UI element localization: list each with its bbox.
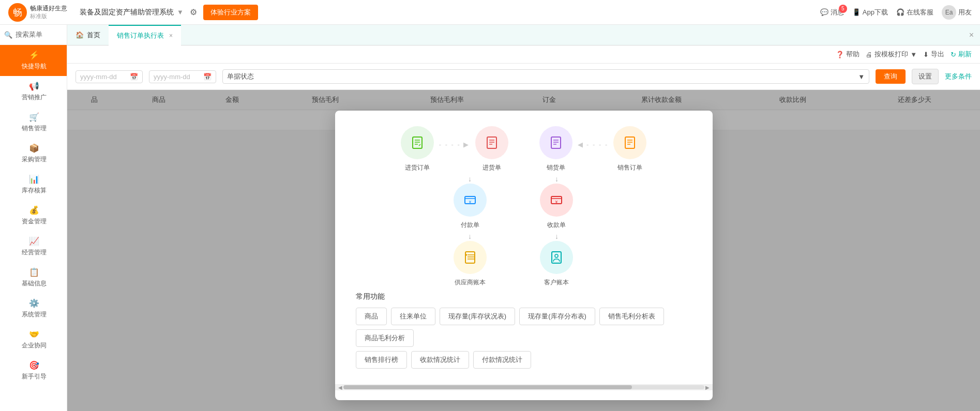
flow-node-sales-order[interactable]: 销售订单 [613,126,646,172]
sidebar-item-sales[interactable]: 🛒 销售管理 [0,107,67,138]
status-select[interactable]: 单据状态 ▼ [222,69,869,84]
template-print-btn[interactable]: 🖨 按模板打印 ▼ [866,50,917,59]
flow-node-payment-bill[interactable]: ¥ 付款单 [454,184,487,230]
customer-ledger-label: 客户账本 [544,278,569,287]
marketing-icon: 📢 [29,81,39,91]
modal-content: 进货订单 - - - - ▶ [335,111,713,384]
dashed-arrow-left: ◀ - - - - [578,141,609,148]
export-btn[interactable]: ⬇ 导出 [923,50,944,59]
sidebar-item-purchase[interactable]: 📦 采购管理 [0,138,67,169]
help-icon: ❓ [836,51,844,58]
sidebar-item-system[interactable]: ⚙️ 系统管理 [0,293,67,324]
modal-scrollbar: ◀ ▶ [335,384,713,390]
system-icon: ⚙️ [29,298,39,308]
flow-node-purchase-order[interactable]: 进货订单 [401,126,434,172]
message-btn[interactable]: 💬 消息 5 [820,8,844,17]
scrollbar-left-arrow[interactable]: ◀ [337,385,343,390]
supplier-ledger-circle [454,241,487,274]
settings-icon[interactable]: ⚙ [190,7,197,17]
tab-close-main-icon[interactable]: × [969,31,974,40]
date-input[interactable]: yyyy-mm-dd 📅 [76,70,143,83]
customer-ledger-area: 客户账本 [540,241,573,287]
arrow-payment-down: ↓ [468,232,472,241]
customer-ledger-circle [540,241,573,274]
flow-node-customer-ledger[interactable]: 客户账本 [540,241,573,287]
experience-btn[interactable]: 体验行业方案 [203,5,258,20]
main-content: 品 商品 金额 预估毛利 预估毛利率 订金 累计收款金额 收款比例 还差多少天 [67,90,980,411]
common-functions-title: 常用功能 [356,292,692,301]
svg-point-28 [555,254,558,257]
title-dropdown-icon[interactable]: ▼ [177,8,184,16]
print-icon: 🖨 [866,51,872,58]
flow-node-receipt-bill[interactable]: ¥ 收款单 [540,184,573,230]
svg-rect-20 [625,137,635,148]
arrow-sales-bill-down: ↓ [555,174,559,184]
sidebar-item-enterprise[interactable]: 🤝 企业协同 [0,324,67,355]
tab-sales-order[interactable]: 销售订单执行表 × [109,25,181,45]
purchase-flow: 进货订单 - - - - ▶ [401,126,508,287]
svg-rect-16 [551,137,561,148]
flow-node-supplier-ledger[interactable]: 供应商账本 [454,241,487,287]
tab-close-icon[interactable]: × [169,32,173,39]
basic-info-icon: 📋 [29,267,39,277]
sales-bill-circle [539,126,572,159]
func-btn-sales-gross[interactable]: 销售毛利分析表 [599,308,664,325]
top-right-area: 💬 消息 5 📱 App下载 🎧 在线客服 Ea 用友 [820,5,972,20]
more-conditions-link[interactable]: 更多条件 [945,72,972,81]
app-download-btn[interactable]: 📱 App下载 [852,8,888,17]
online-service-btn[interactable]: 🎧 在线客服 [896,8,933,17]
help-btn[interactable]: ❓ 帮助 [836,50,860,59]
date-input-end[interactable]: yyyy-mm-dd 📅 [149,70,216,83]
finance-icon: 💰 [29,205,39,215]
func-btn-receipt-stats[interactable]: 收款情况统计 [411,351,469,369]
main-area: 🔍 搜索菜单 ⚡ 快捷导航 📢 营销推广 🛒 销售管理 📦 采购管理 📊 [0,25,980,411]
func-btn-product[interactable]: 商品 [356,308,387,325]
func-btn-inventory-status[interactable]: 现存量(库存状况表) [440,308,516,325]
sidebar-item-finance[interactable]: 💰 资金管理 [0,200,67,231]
refresh-btn[interactable]: ↻ 刷新 [951,50,972,59]
sidebar-item-basic-info[interactable]: 📋 基础信息 [0,262,67,293]
scrollbar-track[interactable] [343,385,704,389]
query-btn[interactable]: 查询 [876,69,906,84]
export-icon: ⬇ [923,51,929,58]
sidebar-item-quick-nav[interactable]: ⚡ 快捷导航 [0,45,67,76]
payment-bill-circle: ¥ [454,184,487,217]
enterprise-icon: 🤝 [29,329,39,339]
func-btn-payment-stats[interactable]: 付款情况统计 [473,351,531,369]
flow-node-purchase-bill[interactable]: 进货单 [475,126,508,172]
func-buttons-row1: 商品 往来单位 现存量(库存状况表) 现存量(库存分布表) 销售毛利分析表 商品… [356,308,692,347]
newbie-icon: 🎯 [29,360,39,370]
func-btn-inventory-dist[interactable]: 现存量(库存分布表) [519,308,595,325]
sales-bill-label: 销货单 [547,163,565,172]
arrow-sales-to-order: ◀ - - - - [578,141,609,148]
purchase-top-row: 进货订单 - - - - ▶ [401,126,508,172]
arrow-receipt-down: ↓ [555,232,559,241]
flow-node-sales-bill[interactable]: 销货单 [539,126,572,172]
func-buttons-row2: 销售排行榜 收款情况统计 付款情况统计 [356,351,692,369]
svg-text:¥: ¥ [468,200,471,204]
message-badge: 5 [839,5,847,13]
func-btn-sales-ranking[interactable]: 销售排行榜 [356,351,407,369]
operations-icon: 📈 [29,236,39,246]
phone-icon: 📱 [852,8,861,16]
home-icon: 🏠 [76,31,84,39]
settings-btn[interactable]: 设置 [912,69,939,84]
purchase-order-label: 进货订单 [405,163,430,172]
tab-home[interactable]: 🏠 首页 [67,25,109,45]
scrollbar-right-arrow[interactable]: ▶ [704,385,711,390]
sidebar: 🔍 搜索菜单 ⚡ 快捷导航 📢 营销推广 🛒 销售管理 📦 采购管理 📊 [0,25,67,411]
func-btn-contacts[interactable]: 往来单位 [391,308,435,325]
svg-rect-4 [487,137,496,148]
modal-overlay[interactable]: 进货订单 - - - - ▶ [67,90,980,411]
sidebar-item-marketing[interactable]: 📢 营销推广 [0,76,67,107]
sidebar-item-operations[interactable]: 📈 经营管理 [0,231,67,262]
sidebar-item-newbie[interactable]: 🎯 新手引导 [0,355,67,386]
func-btn-product-gross[interactable]: 商品毛利分析 [356,329,414,347]
select-dropdown-icon: ▼ [858,73,865,81]
user-menu[interactable]: Ea 用友 [942,5,972,20]
scrollbar-thumb[interactable] [343,385,632,389]
calendar-icon-end: 📅 [203,73,212,81]
search-menu[interactable]: 🔍 搜索菜单 [0,25,67,45]
sales-order-circle [613,126,646,159]
sidebar-item-inventory[interactable]: 📊 库存核算 [0,169,67,200]
